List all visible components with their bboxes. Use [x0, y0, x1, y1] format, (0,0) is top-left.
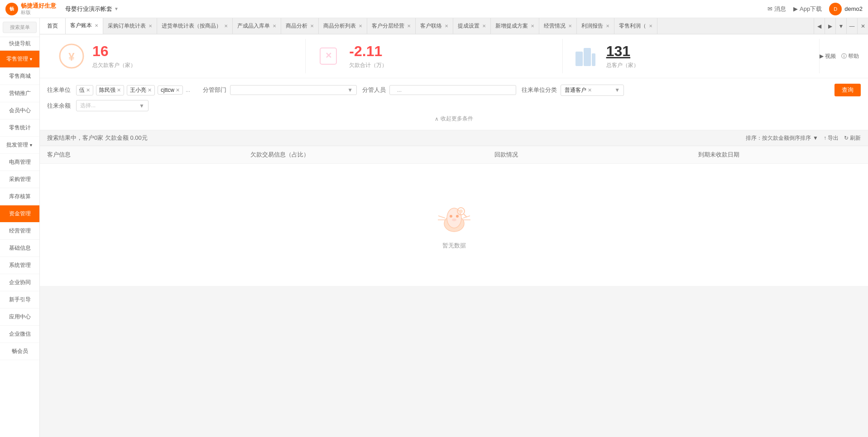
sidebar-item-inventory[interactable]: 库存核算 [0, 188, 39, 205]
tab-minimize-btn[interactable]: — [846, 18, 857, 34]
sidebar-item-plus-member[interactable]: 畅会员 [0, 343, 39, 360]
search-btn[interactable]: 查询 [834, 84, 861, 96]
filter-more-tags[interactable]: ... [186, 87, 190, 93]
person-extra-icon[interactable]: ... [397, 87, 402, 93]
empty-text: 暂无数据 [442, 242, 466, 250]
svg-point-9 [450, 215, 452, 218]
tab-close-icon-12[interactable]: ✕ [606, 24, 609, 28]
quick-nav-btn[interactable]: 快捷导航 [0, 37, 39, 51]
tab-close-icon-9[interactable]: ✕ [482, 24, 486, 28]
sort-selector[interactable]: 排序：按欠款金额倒序排序 ▼ [746, 134, 818, 142]
logo-area: 畅 畅捷通好生意 标版 [5, 2, 56, 15]
tab-close-all-btn[interactable]: ✕ [857, 18, 868, 34]
tab-close-icon-8[interactable]: ✕ [445, 24, 448, 28]
empty-icon [436, 200, 472, 236]
stat-label-customers: 总欠款客户（家） [92, 62, 136, 69]
sidebar-item-ops-mgmt[interactable]: 经营管理 [0, 223, 39, 240]
sidebar-item-batch-mgmt[interactable]: 批发管理 ▼ [0, 137, 39, 154]
dept-select[interactable]: ▼ [230, 85, 357, 95]
category-tag-close[interactable]: ✕ [588, 87, 592, 93]
tab-prev-btn[interactable]: ◀ [814, 18, 825, 34]
search-menu-btn[interactable]: 搜索菜单 [3, 22, 37, 33]
category-tag-text: 普通客户 [565, 86, 586, 94]
tab-close-icon-5[interactable]: ✕ [310, 24, 314, 28]
refresh-btn[interactable]: ↻ 刷新 [844, 134, 861, 142]
debt-stat-icon: ✕ [315, 43, 342, 70]
tab-customer-tier[interactable]: 客户分层经营 ✕ [367, 18, 416, 34]
video-btn[interactable]: ▶ 视频 [820, 52, 836, 60]
sidebar-item-finance[interactable]: 资金管理 [0, 205, 39, 223]
customer-stat-icon: ¥ [58, 43, 85, 70]
tab-more-btn[interactable]: ▼ [835, 18, 846, 34]
message-btn[interactable]: ✉ 消息 [767, 5, 786, 13]
sidebar-item-ecommerce[interactable]: 电商管理 [0, 154, 39, 171]
tab-customer-accounts-label: 客户账本 [70, 22, 92, 29]
sidebar-item-purchase-mgmt[interactable]: 采购管理 [0, 171, 39, 188]
sidebar-item-retail-mgmt[interactable]: 零售管理 ▼ [0, 51, 39, 68]
app-download-btn[interactable]: ▶ App下载 [793, 5, 822, 13]
sidebar-item-marketing[interactable]: 营销推广 [0, 85, 39, 102]
tab-close-icon-11[interactable]: ✕ [568, 24, 572, 28]
help-btn[interactable]: ⓘ 帮助 [841, 52, 859, 60]
tag-cjttcw-close[interactable]: ✕ [176, 87, 180, 93]
export-btn[interactable]: ↑ 导出 [824, 134, 839, 142]
tab-close-icon-13[interactable]: ✕ [649, 24, 652, 28]
tab-profit-report[interactable]: 利润报告 ✕ [577, 18, 614, 34]
sidebar-item-enterprise-wechat[interactable]: 企业微信 [0, 326, 39, 343]
logo-subtitle: 标版 [21, 10, 56, 15]
tab-close-icon-3[interactable]: ✕ [224, 24, 228, 28]
category-select[interactable]: 普通客户 ✕ ▼ [561, 85, 624, 96]
tab-close-icon-2[interactable]: ✕ [149, 24, 152, 28]
filter-row-2: 往来余额 选择... ▼ [47, 100, 861, 111]
tab-product-inbound[interactable]: 产成品入库单 ✕ [233, 18, 281, 34]
tab-home-label: 首页 [47, 22, 58, 30]
sidebar-item-new-guide[interactable]: 新手引导 [0, 291, 39, 309]
logo-title: 畅捷通好生意 [21, 2, 56, 10]
svg-line-18 [464, 214, 467, 217]
tab-new-achieve[interactable]: 新增提成方案 ✕ [491, 18, 539, 34]
tab-retail-profit[interactable]: 零售利润（ ✕ [614, 18, 657, 34]
tab-customer-contact[interactable]: 客户联络 ✕ [416, 18, 453, 34]
tab-operation-status[interactable]: 经营情况 ✕ [539, 18, 577, 34]
app-label: App下载 [800, 5, 822, 13]
tag-wang-close[interactable]: ✕ [148, 87, 152, 93]
tab-close-icon-4[interactable]: ✕ [273, 24, 276, 28]
empty-state: 暂无数据 [40, 164, 868, 286]
tag-wu-close[interactable]: ✕ [86, 87, 90, 93]
tab-customer-accounts[interactable]: 客户账本 ✕ [66, 18, 103, 34]
user-profile[interactable]: D demo2 [829, 3, 863, 15]
video-label: 视频 [825, 52, 836, 60]
tab-home[interactable]: 首页 [40, 18, 66, 34]
app-icon: ▶ [793, 5, 798, 12]
tab-close-icon-10[interactable]: ✕ [531, 24, 534, 28]
tab-product-analysis-list[interactable]: 商品分析列表 ✕ [319, 18, 367, 34]
top-header: 畅 畅捷通好生意 标版 母婴行业演示帐套 ▼ ✉ 消息 ▶ App下载 D de… [0, 0, 868, 18]
stat-number-debt: -2.11 [349, 43, 387, 60]
svg-point-17 [459, 209, 463, 213]
person-select[interactable]: ... [389, 85, 516, 95]
tab-purchase-order-stats[interactable]: 采购订单统计表 ✕ [103, 18, 157, 34]
sidebar-item-basic-info[interactable]: 基础信息 [0, 240, 39, 257]
account-dropdown[interactable]: 母婴行业演示帐套 ▼ [65, 5, 119, 13]
tab-inbound-stats[interactable]: 进货单统计表（按商品） ✕ [157, 18, 233, 34]
tab-product-analysis[interactable]: 商品分析 ✕ [281, 18, 319, 34]
tab-next-btn[interactable]: ▶ [825, 18, 835, 34]
sidebar-item-retail-mall[interactable]: 零售商城 [0, 68, 39, 85]
tab-remind-settings[interactable]: 提成设置 ✕ [453, 18, 491, 34]
sidebar: 搜索菜单 快捷导航 零售管理 ▼ 零售商城 营销推广 会员中心 零售统计 批发管… [0, 18, 40, 437]
sidebar-item-system-mgmt[interactable]: 系统管理 [0, 257, 39, 274]
tab-close-icon[interactable]: ✕ [95, 23, 98, 28]
stat-item-total: 131 总客户（家） [563, 39, 820, 73]
tag-chen-close[interactable]: ✕ [117, 87, 121, 93]
collapse-btn[interactable]: ∧ 收起更多条件 [47, 115, 861, 123]
sidebar-item-enterprise-coop[interactable]: 企业协同 [0, 274, 39, 291]
sidebar-item-member-center[interactable]: 会员中心 [0, 102, 39, 119]
tab-close-icon-7[interactable]: ✕ [407, 24, 411, 28]
sidebar-item-app-center[interactable]: 应用中心 [0, 309, 39, 326]
balance-select[interactable]: 选择... ▼ [76, 100, 149, 111]
tab-operation-status-label: 经营情况 [544, 22, 566, 30]
sidebar-item-retail-stats[interactable]: 零售统计 [0, 119, 39, 137]
export-icon: ↑ [824, 135, 826, 141]
balance-arrow: ▼ [139, 103, 144, 109]
tab-close-icon-6[interactable]: ✕ [359, 24, 362, 28]
